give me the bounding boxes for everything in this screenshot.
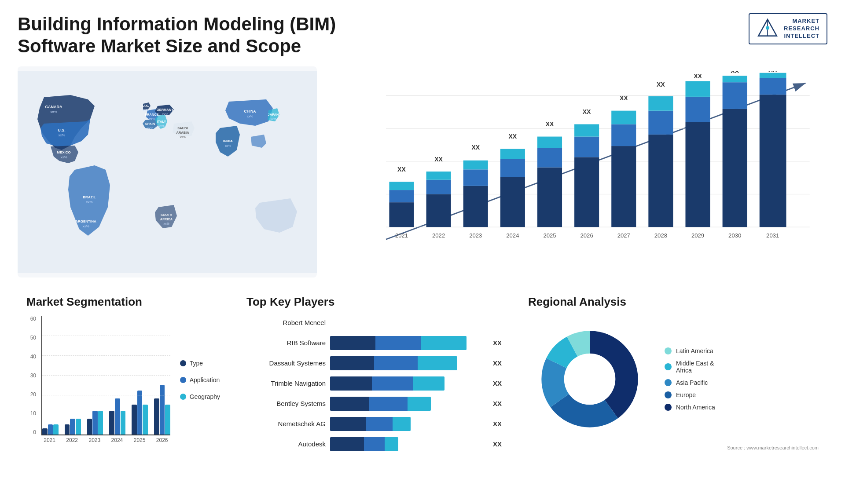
svg-text:2023: 2023 xyxy=(469,232,482,238)
regional-title: Regional Analysis xyxy=(528,295,819,309)
svg-rect-81 xyxy=(648,96,673,111)
svg-rect-45 xyxy=(389,190,414,202)
svg-rect-94 xyxy=(760,95,786,227)
top-section: CANADA xx% U.S. xx% MEXICO xx% BRAZIL xx… xyxy=(18,66,827,278)
svg-rect-49 xyxy=(426,194,451,227)
svg-rect-56 xyxy=(463,161,488,170)
svg-text:xx%: xx% xyxy=(82,224,89,228)
svg-text:xx%: xx% xyxy=(149,117,154,121)
svg-text:XX: XX xyxy=(583,108,591,115)
svg-rect-91 xyxy=(723,76,747,82)
donut-chart-svg xyxy=(528,318,651,441)
player-row-nemetschek: Nemetschek AG XX xyxy=(246,417,502,431)
player-bar-bentley xyxy=(330,397,485,411)
svg-text:BRAZIL: BRAZIL xyxy=(83,195,96,199)
player-bar-trimble xyxy=(330,376,485,391)
seg-y-axis: 60 50 40 30 20 10 0 xyxy=(26,316,36,448)
svg-rect-61 xyxy=(500,149,525,159)
svg-text:2029: 2029 xyxy=(691,232,704,238)
svg-rect-46 xyxy=(389,182,414,190)
svg-text:JAPAN: JAPAN xyxy=(268,113,279,117)
player-row-bentley: Bentley Systems XX xyxy=(246,397,502,411)
svg-text:2026: 2026 xyxy=(580,232,593,238)
logo-text: MARKET RESEARCH INTELLECT xyxy=(784,18,819,40)
svg-text:AFRICA: AFRICA xyxy=(160,217,173,221)
legend-type-dot xyxy=(180,360,186,366)
svg-rect-75 xyxy=(611,124,636,146)
svg-rect-69 xyxy=(574,157,599,227)
player-row-robert: Robert Mcneel xyxy=(246,316,502,330)
legend-application-dot xyxy=(180,377,186,383)
svg-rect-74 xyxy=(611,146,636,227)
player-row-autodesk: Autodesk XX xyxy=(246,437,502,451)
svg-text:U.K.: U.K. xyxy=(143,104,149,108)
svg-text:xx%: xx% xyxy=(270,117,276,121)
legend-apac: Asia Pacific xyxy=(665,379,715,386)
svg-rect-79 xyxy=(648,135,673,227)
svg-text:xx%: xx% xyxy=(180,135,185,139)
legend-apac-color xyxy=(665,379,672,386)
svg-text:ARGENTINA: ARGENTINA xyxy=(75,219,96,223)
svg-text:2030: 2030 xyxy=(728,232,741,238)
legend-mea-color xyxy=(665,363,672,370)
donut-legend: Latin America Middle East &Africa Asia P… xyxy=(665,347,715,411)
svg-text:xx%: xx% xyxy=(163,222,169,225)
seg-bar-2021 xyxy=(42,424,59,435)
svg-rect-51 xyxy=(426,172,451,180)
svg-text:XX: XX xyxy=(471,144,480,151)
donut-area: Latin America Middle East &Africa Asia P… xyxy=(528,318,819,441)
player-row-dassault: Dassault Systemes XX xyxy=(246,356,502,370)
svg-text:2027: 2027 xyxy=(617,232,630,238)
svg-rect-71 xyxy=(574,124,599,136)
source-text: Source : www.marketresearchintellect.com xyxy=(528,445,819,450)
svg-rect-44 xyxy=(389,202,414,227)
svg-text:XX: XX xyxy=(768,71,777,73)
seg-bar-2026 xyxy=(154,385,170,435)
seg-legend: Type Application Geography xyxy=(176,316,220,448)
regional-container: Regional Analysis xyxy=(519,291,827,504)
svg-rect-95 xyxy=(760,78,786,95)
legend-latin: Latin America xyxy=(665,347,715,354)
player-bar-dassault xyxy=(330,356,485,370)
svg-text:xx%: xx% xyxy=(247,115,253,118)
logo-icon xyxy=(757,18,779,40)
seg-x-labels: 2021 2022 2023 2024 2025 2026 xyxy=(41,437,170,443)
svg-text:2025: 2025 xyxy=(543,232,556,238)
svg-text:xx%: xx% xyxy=(147,127,153,130)
svg-rect-55 xyxy=(463,169,488,186)
page-wrapper: Building Information Modeling (BIM) Soft… xyxy=(0,0,845,504)
player-name-bentley: Bentley Systems xyxy=(246,400,326,407)
seg-bars-area xyxy=(41,316,170,435)
svg-text:XX: XX xyxy=(546,121,554,128)
player-row-rib: RIB Software XX xyxy=(246,336,502,350)
seg-bar-2023 xyxy=(87,411,103,435)
svg-text:FRANCE: FRANCE xyxy=(145,113,158,117)
svg-text:CANADA: CANADA xyxy=(45,105,62,109)
svg-rect-70 xyxy=(574,136,599,157)
svg-text:CHINA: CHINA xyxy=(244,109,256,113)
segmentation-title: Market Segmentation xyxy=(26,295,220,309)
player-bar-autodesk xyxy=(330,437,485,451)
svg-rect-59 xyxy=(500,177,525,227)
svg-rect-76 xyxy=(611,110,636,124)
svg-text:2021: 2021 xyxy=(395,232,408,238)
svg-text:XX: XX xyxy=(731,71,739,74)
svg-point-3 xyxy=(766,26,769,29)
player-row-trimble: Trimble Navigation XX xyxy=(246,376,502,391)
player-name-autodesk: Autodesk xyxy=(246,440,326,448)
logo-box: MARKET RESEARCH INTELLECT xyxy=(749,13,827,44)
legend-na: North America xyxy=(665,404,715,411)
svg-text:XX: XX xyxy=(657,80,665,88)
svg-text:SAUDI: SAUDI xyxy=(177,126,187,130)
svg-text:XX: XX xyxy=(397,166,406,173)
svg-rect-80 xyxy=(648,110,673,134)
svg-text:XX: XX xyxy=(620,95,628,102)
svg-text:U.S.: U.S. xyxy=(58,128,66,132)
legend-geography: Geography xyxy=(180,393,220,400)
growth-chart-svg: XX 2021 XX 2022 XX 2023 XX 2024 xyxy=(356,71,819,260)
svg-text:SOUTH: SOUTH xyxy=(161,213,172,217)
svg-rect-54 xyxy=(463,186,488,227)
svg-text:xx%: xx% xyxy=(162,113,168,116)
svg-text:ITALY: ITALY xyxy=(157,120,166,124)
legend-latin-color xyxy=(665,347,672,354)
